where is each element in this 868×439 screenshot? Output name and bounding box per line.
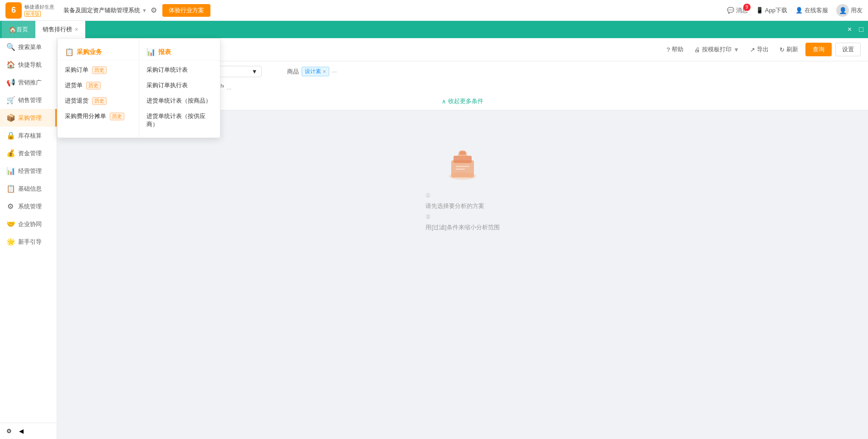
topbar-right: 💬 消息 9 📱 App下载 👤 在线客服 👤 用友 [727,4,863,17]
print-arrow-icon: ▼ [733,46,739,53]
export-icon: ↗ [750,46,755,53]
setting-button[interactable]: 设置 [835,43,861,56]
report-header: 📊 报表 [139,44,220,60]
empty-hint: ① 请先选择要分析的方案 ② 用[过滤]条件来缩小分析范围 [425,190,499,233]
report-icon: 📊 [146,48,156,56]
report-col: 📊 报表 采购订单统计表 采购订单执行表 进货单统计表（按商品） 进货单统计表（… [139,39,220,138]
app-download-button[interactable]: 📱 App下载 [756,6,787,15]
menu-item-purchase-expense[interactable]: 采购费用分摊单 历史 [58,109,139,124]
expand-icon[interactable]: □ [859,25,863,34]
sales-icon: 🛒 [6,96,15,104]
logo-text: 畅捷通好生意 标准版 [24,4,54,17]
hist-badge: 历史 [92,97,107,105]
purchase-business-icon: 📋 [65,48,74,56]
cooperation-icon: 🤝 [6,220,15,228]
sidebar-item-inventory[interactable]: 🔒 库存核算 [0,127,57,144]
dropdown-arrow-icon: ▼ [142,8,147,13]
empty-illustration [440,147,485,183]
goods-filter: 商品 设计素 × ··· [287,67,337,76]
menu-item-purchase-order[interactable]: 采购订单 历史 [58,62,139,78]
hist-badge: 历史 [92,66,107,74]
menu-item-stock-in-stat-supplier[interactable]: 进货单统计表（按供应商） [139,109,220,132]
goods-label: 商品 [287,68,299,76]
search-icon: 🔍 [6,43,15,51]
marketing-icon: 📢 [6,78,15,87]
sidebar-item-sales[interactable]: 🛒 销售管理 [0,91,57,109]
message-badge: 9 [743,4,751,11]
sidebar-item-search[interactable]: 🔍 搜索菜单 [0,38,57,56]
system-name[interactable]: 装备及固定资产辅助管理系统 ▼ [63,6,147,15]
finance-icon: 💰 [6,149,15,158]
export-button[interactable]: ↗ 导出 [746,44,772,55]
purchase-dropdown-menu: 📋 采购业务 采购订单 历史 进货单 历史 进货退货 历史 采购费用分摊单 历史 [57,38,220,138]
sidebar-item-marketing[interactable]: 📢 营销推广 [0,74,57,91]
collapse-sidebar-icon[interactable]: ◀ [19,428,24,434]
hist-badge: 历史 [110,113,124,120]
industry-button[interactable]: 体验行业方案 [162,4,210,17]
logo-icon: 6 [5,2,22,19]
purchase-business-header: 📋 采购业务 [58,44,139,60]
svg-rect-5 [456,166,469,167]
settings-icon[interactable]: ⚙ [6,428,12,434]
message-icon: 💬 [727,7,734,14]
hist-badge: 历史 [86,82,101,89]
nav-tabs: 🏠 首页 销售排行榜 × × □ [0,21,868,38]
help-button[interactable]: ? 帮助 [663,44,687,55]
sidebar-item-system[interactable]: ⚙ 系统管理 [0,197,57,215]
operation-icon: 📊 [6,167,15,175]
doc-status-select[interactable]: ▼ [216,66,262,77]
menu-item-stock-in-stat-goods[interactable]: 进货单统计表（按商品） [139,93,220,109]
sidebar-item-quick-nav[interactable]: 🏠 快捷导航 [0,56,57,74]
inventory-icon: 🔒 [6,131,15,140]
purchase-business-col: 📋 采购业务 采购订单 历史 进货单 历史 进货退货 历史 采购费用分摊单 历史 [58,39,139,138]
guide-icon: 🌟 [6,237,15,246]
refresh-icon: ↻ [780,46,785,53]
remove-goods-tag-icon[interactable]: × [323,69,326,75]
sidebar-item-guide[interactable]: 🌟 新手引导 [0,233,57,251]
gear-icon[interactable]: ⚙ [151,6,157,15]
message-button[interactable]: 💬 消息 9 [727,6,748,15]
home-icon: 🏠 [9,26,16,33]
tab-sales-rank[interactable]: 销售排行榜 × [35,21,85,38]
goods-more-icon[interactable]: ··· [332,68,337,75]
service-icon: 👤 [795,7,803,14]
menu-item-purchase-order-exec[interactable]: 采购订单执行表 [139,78,220,93]
system-icon: ⚙ [6,202,15,211]
close-all-tabs-icon[interactable]: × [848,25,852,34]
sidebar-bottom: ⚙ ◀ [0,423,57,439]
purchase-icon: 📦 [6,113,15,122]
collapse-arrow-icon: ∧ [442,98,446,105]
logo-tag: 标准版 [24,11,41,17]
toolbar-actions: ? 帮助 🖨 按模板打印 ▼ ↗ 导出 ↻ 刷新 查询 设置 [663,43,861,56]
purchase-dropdown-overlay: 📋 采购业务 采购订单 历史 进货单 历史 进货退货 历史 采购费用分摊单 历史 [57,38,220,138]
menu-item-purchase-order-stat[interactable]: 采购订单统计表 [139,62,220,78]
goods-tag: 设计素 × [302,67,329,76]
svg-rect-4 [459,151,466,155]
menu-item-stock-in[interactable]: 进货单 历史 [58,78,139,93]
home-icon: 🏠 [6,60,15,69]
sidebar-item-operation[interactable]: 📊 经营管理 [0,162,57,180]
customer-more-icon[interactable]: ... [227,84,232,91]
help-icon: ? [667,46,670,53]
query-button[interactable]: 查询 [805,43,832,56]
user-button[interactable]: 👤 用友 [836,4,863,17]
close-tab-icon[interactable]: × [75,26,78,33]
sidebar-item-cooperation[interactable]: 🤝 企业协同 [0,215,57,233]
online-service-button[interactable]: 👤 在线客服 [795,6,828,15]
phone-icon: 📱 [756,7,763,14]
topbar: 6 畅捷通好生意 标准版 装备及固定资产辅助管理系统 ▼ ⚙ 体验行业方案 💬 … [0,0,868,21]
sidebar: 🔍 搜索菜单 🏠 快捷导航 📢 营销推广 🛒 销售管理 📦 采购管理 🔒 库存核… [0,38,57,439]
avatar: 👤 [836,4,849,17]
sidebar-item-basic-info[interactable]: 📋 基础信息 [0,180,57,197]
refresh-button[interactable]: ↻ 刷新 [776,44,802,55]
select-arrow-icon: ▼ [252,68,258,75]
menu-item-stock-return[interactable]: 进货退货 历史 [58,93,139,109]
print-button[interactable]: 🖨 按模板打印 ▼ [691,44,743,55]
basic-info-icon: 📋 [6,184,15,193]
sidebar-item-finance[interactable]: 💰 资金管理 [0,144,57,162]
svg-rect-6 [456,168,465,170]
print-icon: 🖨 [694,46,700,53]
logo: 6 畅捷通好生意 标准版 [5,2,60,19]
tab-home[interactable]: 🏠 首页 [2,21,35,38]
sidebar-item-purchase[interactable]: 📦 采购管理 [0,109,57,127]
